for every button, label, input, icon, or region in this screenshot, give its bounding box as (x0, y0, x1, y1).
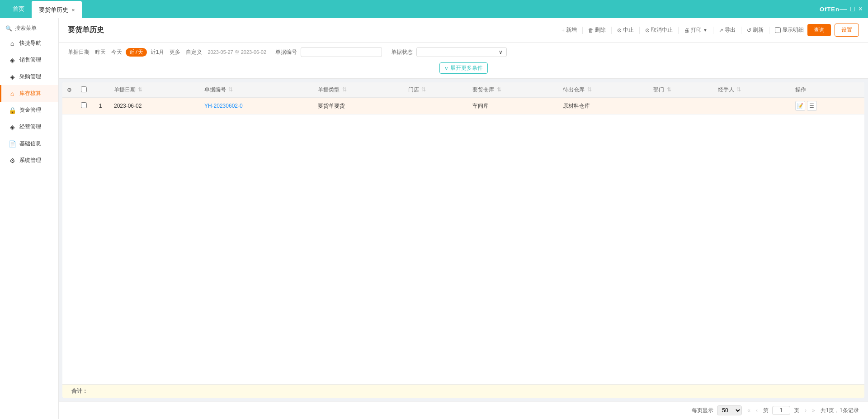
home-tab[interactable]: 首页 (5, 0, 32, 18)
col-doctype-head[interactable]: 单据类型 ⇅ (313, 82, 404, 98)
window-actions: — □ × (840, 5, 863, 13)
delete-icon: 🗑 (588, 27, 594, 33)
maximize-icon[interactable]: □ (850, 5, 855, 13)
sidebar-item-quick-nav[interactable]: ⌂ 快捷导航 (0, 35, 58, 52)
row-docno-link[interactable]: YH-20230602-0 (204, 103, 243, 109)
sidebar-item-inventory[interactable]: ⌂ 库存核算 (0, 85, 58, 102)
col-settings[interactable]: ⚙ (62, 82, 76, 98)
table-row: 1 2023-06-02 YH-20230602-0 要货单要货 车间库 原材料… (62, 98, 864, 114)
sort-icon-pend-warehouse: ⇅ (587, 86, 592, 93)
show-detail-checkbox-area[interactable]: 显示明细 (775, 26, 804, 34)
edit-btn[interactable]: 📝 (795, 101, 805, 111)
next-page-icon[interactable]: › (803, 406, 808, 414)
table-head: ⚙ 单据日期 ⇅ 单据编号 ⇅ 单据类型 ⇅ 门店 ⇅ 要货仓库 ⇅ 待出仓库 … (62, 82, 864, 98)
detail-btn[interactable]: ☰ (807, 101, 817, 111)
page-size-select[interactable]: 50 20 100 (717, 405, 742, 415)
row-handler (713, 98, 791, 114)
select-all-checkbox[interactable] (81, 86, 87, 92)
cancel-stop-button[interactable]: ⊘ 取消中止 (645, 26, 673, 34)
status-filter: 单据状态 ∨ (391, 47, 507, 57)
first-page-icon[interactable]: « (745, 406, 752, 414)
date-shortcut-today[interactable]: 今天 (109, 48, 124, 57)
sort-icon-store: ⇅ (421, 86, 426, 93)
sidebar-item-operation[interactable]: ◈ 经营管理 (0, 119, 58, 135)
sidebar-item-system[interactable]: ⚙ 系统管理 (0, 152, 58, 169)
add-button[interactable]: + 新增 (561, 26, 577, 34)
capital-icon: 🔒 (9, 107, 16, 114)
minimize-icon[interactable]: — (840, 5, 847, 13)
col-checkbox-head[interactable] (76, 82, 91, 98)
page-total: 共1页，1条记录 (821, 407, 859, 414)
col-handler-head[interactable]: 经手人 ⇅ (713, 82, 791, 98)
table-footer: 合计： (62, 384, 864, 398)
date-shortcut-more[interactable]: 更多 (168, 48, 182, 57)
status-label: 单据状态 (391, 48, 413, 56)
filter-row: 单据日期 昨天 今天 近7天 近1月 更多 自定义 2023-05-27 至 2… (68, 47, 859, 57)
prev-page-icon[interactable]: ‹ (754, 406, 760, 414)
date-label: 单据日期 (68, 48, 90, 56)
row-operate: 📝 ☰ (791, 98, 864, 114)
date-shortcut-yesterday[interactable]: 昨天 (93, 48, 108, 57)
expand-conditions-button[interactable]: ∨ 展开更多条件 (439, 62, 488, 74)
row-select-checkbox[interactable] (81, 102, 87, 108)
sort-icon-handler: ⇅ (736, 86, 741, 93)
page-actions: + 新增 🗑 删除 ⊘ 中止 ⊘ 取消中止 (561, 24, 859, 42)
separator-2 (611, 27, 612, 34)
col-dept-head[interactable]: 部门 ⇅ (649, 82, 713, 98)
table-body: 1 2023-06-02 YH-20230602-0 要货单要货 车间库 原材料… (62, 98, 864, 114)
col-pend-warehouse-head[interactable]: 待出仓库 ⇅ (558, 82, 649, 98)
pagination: 每页显示 50 20 100 « ‹ 第 页 › » 共1页，1条记录 (59, 401, 868, 419)
page-size-label: 每页显示 (692, 407, 713, 414)
export-icon: ↗ (719, 27, 723, 33)
stop-button[interactable]: ⊘ 中止 (617, 26, 634, 34)
delete-button[interactable]: 🗑 删除 (588, 26, 606, 34)
date-shortcut-7days[interactable]: 近7天 (126, 48, 147, 57)
page-unit: 页 (792, 406, 801, 415)
row-doctype: 要货单要货 (313, 98, 404, 114)
sidebar-item-label: 销售管理 (19, 56, 41, 64)
status-select[interactable]: ∨ (416, 47, 507, 57)
date-shortcut-custom[interactable]: 自定义 (184, 48, 204, 57)
active-tab[interactable]: 要货单历史 × (32, 1, 82, 19)
col-operate-head: 操作 (791, 82, 864, 98)
doc-no-input[interactable] (301, 47, 382, 57)
operation-icon: ◈ (9, 124, 16, 131)
sidebar-item-sales[interactable]: ◈ 销售管理 (0, 52, 58, 68)
date-shortcut-1month[interactable]: 近1月 (149, 48, 166, 57)
col-date-head[interactable]: 单据日期 ⇅ (109, 82, 200, 98)
query-button[interactable]: 查询 (807, 24, 831, 36)
show-detail-checkbox[interactable] (775, 27, 781, 33)
col-store-head[interactable]: 门店 ⇅ (404, 82, 468, 98)
row-num: 1 (91, 98, 109, 114)
sidebar-item-purchase[interactable]: ◈ 采购管理 (0, 68, 58, 85)
window-close-icon[interactable]: × (859, 5, 863, 13)
sidebar-item-capital[interactable]: 🔒 资金管理 (0, 102, 58, 119)
sidebar-search[interactable]: 🔍 搜索菜单 (0, 22, 58, 35)
separator-5 (713, 27, 713, 34)
sidebar-item-base[interactable]: 📄 基础信息 (0, 135, 58, 152)
separator-6 (741, 27, 741, 34)
sidebar: 🔍 搜索菜单 ⌂ 快捷导航 ◈ 销售管理 ◈ 采购管理 ⌂ 库存核算 🔒 资金管… (0, 18, 59, 419)
last-page-icon[interactable]: » (810, 406, 817, 414)
col-docno-head[interactable]: 单据编号 ⇅ (200, 82, 313, 98)
settings-button[interactable]: 设置 (835, 24, 859, 37)
sales-icon: ◈ (9, 57, 16, 64)
row-docno: YH-20230602-0 (200, 98, 313, 114)
close-tab-icon[interactable]: × (72, 7, 75, 13)
data-table: ⚙ 单据日期 ⇅ 单据编号 ⇅ 单据类型 ⇅ 门店 ⇅ 要货仓库 ⇅ 待出仓库 … (62, 82, 864, 114)
search-icon: 🔍 (5, 25, 12, 32)
content-area: 要货单历史 + 新增 🗑 删除 ⊘ 中止 ⊘ (59, 18, 868, 419)
stop-icon: ⊘ (617, 27, 622, 33)
col-req-warehouse-head[interactable]: 要货仓库 ⇅ (468, 82, 558, 98)
print-button[interactable]: 🖨 打印 ▼ (684, 26, 708, 34)
table-area: ⚙ 单据日期 ⇅ 单据编号 ⇅ 单据类型 ⇅ 门店 ⇅ 要货仓库 ⇅ 待出仓库 … (62, 82, 864, 398)
row-date: 2023-06-02 (109, 98, 200, 114)
page-number-input[interactable] (772, 406, 790, 415)
home-tab-label: 首页 (13, 5, 24, 13)
refresh-button[interactable]: ↺ 刷新 (747, 26, 764, 34)
row-checkbox[interactable] (76, 98, 91, 114)
print-arrow-icon: ▼ (703, 28, 708, 33)
system-icon: ⚙ (9, 157, 16, 164)
export-button[interactable]: ↗ 导出 (719, 26, 736, 34)
date-range: 2023-05-27 至 2023-06-02 (208, 49, 266, 56)
